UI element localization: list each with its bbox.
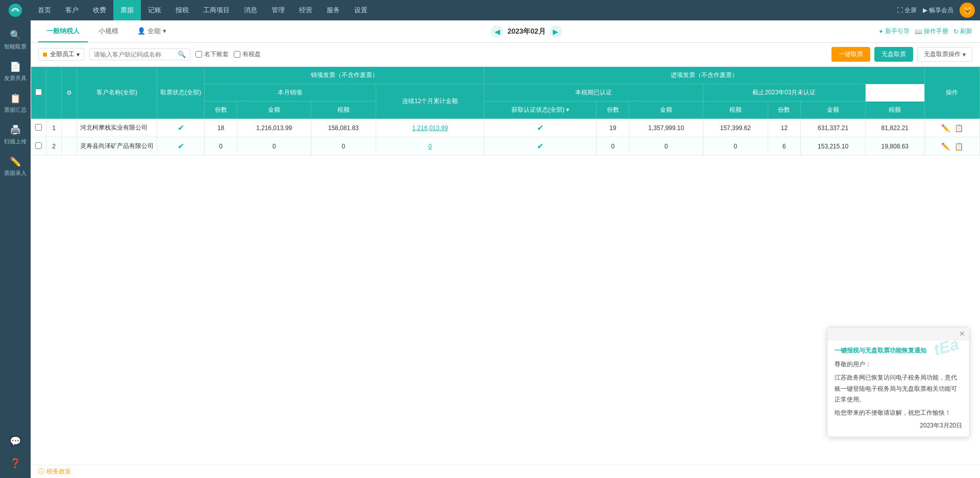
employee-select[interactable]: 全部员工 ▾: [38, 48, 84, 61]
tax-policy-link[interactable]: 税务政策: [46, 467, 71, 476]
row-monthly-amount: 0: [237, 137, 311, 156]
row-uncertified-amount: 631,337.21: [801, 119, 866, 137]
search-input[interactable]: [94, 51, 176, 58]
row-checkbox[interactable]: [31, 119, 46, 137]
sidebar: 🔍 智能取票 📄 发票开具 📋 票据汇总 🖨️ 扫描上传 ✏️ 票据录入 💬 ❓: [0, 20, 31, 478]
filter-bar: 全部员工 ▾ 🔍 名下账套 有税盘 一键取票 无盘取票 无盘取票操作 ▾: [31, 43, 980, 66]
col-certified-amount: 金额: [629, 102, 703, 119]
row-index: 2: [46, 137, 62, 156]
sidebar-chat[interactable]: 💬: [2, 432, 29, 451]
guide-icon: ✦: [878, 28, 884, 35]
tab-small-scale[interactable]: 小规模: [90, 20, 127, 42]
edit-icon[interactable]: ✏️: [941, 124, 950, 132]
nav-service[interactable]: 服务: [320, 0, 347, 20]
prev-period-button[interactable]: ◀: [491, 26, 503, 38]
copy-icon[interactable]: 📋: [954, 142, 963, 150]
col-cumulative: 连续12个月累计金额: [376, 84, 484, 119]
row-cumulative[interactable]: 1,216,013.99: [376, 119, 484, 137]
no-disk-ops-button[interactable]: 无盘取票操作 ▾: [917, 47, 972, 62]
nav-customer[interactable]: 客户: [58, 0, 86, 20]
nav-accounting[interactable]: 记账: [141, 0, 168, 20]
tab-all[interactable]: 👤 全能 ▾: [129, 20, 175, 42]
nav-message[interactable]: 消息: [237, 0, 264, 20]
row-monthly-count: 0: [205, 137, 237, 156]
checkbox-account[interactable]: 名下账套: [195, 50, 229, 59]
period-nav: ◀ 2023年02月 ▶: [491, 26, 562, 38]
search-wrap: 🔍: [89, 48, 190, 60]
notification-header: ✕: [827, 328, 969, 340]
col-monthly-tax: 税额: [311, 102, 376, 119]
row-certified-count: 19: [597, 119, 629, 137]
row-certified-tax: 157,399.62: [703, 119, 768, 137]
nav-settings[interactable]: 设置: [347, 0, 375, 20]
col-uncertified-amount: 金额: [801, 102, 866, 119]
fullscreen-button[interactable]: ⛶ 全屏: [897, 6, 917, 15]
notification-popup: tEa ✕ 一键报税与无盘取票功能恢复通知 尊敬的用户： 江苏政务网已恢复访问电…: [827, 327, 970, 437]
notification-greeting: 尊敬的用户：: [835, 359, 962, 370]
no-disk-fetch-button[interactable]: 无盘取票: [874, 47, 913, 62]
employee-chevron-icon: ▾: [77, 51, 80, 58]
sidebar-item-invoice-open[interactable]: 📄 发票开具: [2, 57, 29, 86]
row-uncertified-tax: 19,808.63: [866, 137, 924, 156]
edit-icon[interactable]: ✏️: [941, 142, 950, 150]
col-uncertified-group: 截止2023年03月未认证: [703, 84, 865, 102]
search-icon[interactable]: 🔍: [178, 51, 186, 58]
row-customer: 河北柯摩栈实业有限公司: [77, 119, 157, 137]
checkbox-taxdisk-input[interactable]: [234, 51, 240, 58]
nav-home[interactable]: 首页: [31, 0, 58, 20]
row-certified-amount: 1,357,999.10: [629, 119, 703, 137]
col-certified-tax: 税额: [703, 102, 768, 119]
scan-icon: 🖨️: [10, 124, 21, 136]
refresh-label: 刷新: [960, 27, 972, 36]
nav-invoice[interactable]: 票据: [113, 0, 141, 20]
sidebar-item-scan[interactable]: 🖨️ 扫描上传: [2, 120, 29, 149]
select-all-checkbox[interactable]: [35, 89, 42, 95]
copy-icon[interactable]: 📋: [954, 124, 963, 132]
dropdown-icon: ▾: [963, 51, 966, 58]
nav-business[interactable]: 工商项目: [196, 0, 237, 20]
sidebar-item-summary[interactable]: 📋 票据汇总: [2, 89, 29, 118]
manual-icon: 📖: [915, 28, 922, 35]
row-monthly-amount: 1,216,013.99: [237, 119, 311, 137]
checkbox-account-input[interactable]: [195, 51, 202, 58]
col-monthly-count: 份数: [205, 102, 237, 119]
member-button[interactable]: ▶ 畅享会员: [923, 6, 953, 15]
no-disk-ops-label: 无盘取票操作: [924, 50, 961, 59]
chat-icon: 💬: [10, 436, 21, 447]
sidebar-help[interactable]: ❓: [2, 454, 29, 473]
refresh-button[interactable]: ↻ 刷新: [953, 27, 972, 36]
notification-close-button[interactable]: ✕: [959, 330, 965, 338]
row-uncertified-count: 6: [768, 137, 800, 156]
tab-general-taxpayer[interactable]: 一般纳税人: [38, 20, 88, 42]
row-certified-amount: 0: [629, 137, 703, 156]
sidebar-item-label-summary: 票据汇总: [4, 106, 27, 114]
nav-tax[interactable]: 报税: [168, 0, 196, 20]
filter-icon[interactable]: ▾: [566, 106, 569, 113]
all-tab-icon: 👤: [137, 27, 145, 35]
next-period-button[interactable]: ▶: [550, 26, 562, 38]
checkbox-taxdisk[interactable]: 有税盘: [234, 50, 261, 59]
sidebar-item-label-entry: 票据录入: [4, 169, 27, 177]
filter-actions: 一键取票 无盘取票 无盘取票操作 ▾: [831, 47, 972, 62]
sidebar-item-smart-fetch[interactable]: 🔍 智能取票: [2, 26, 29, 55]
avatar[interactable]: 🐱: [960, 3, 975, 18]
row-certified-count: 0: [597, 137, 629, 156]
col-monthly-sales: 本月销项: [205, 84, 376, 102]
guide-button[interactable]: ✦ 新手引导: [878, 27, 910, 36]
row-cumulative[interactable]: 0: [376, 137, 484, 156]
fullscreen-label: 全屏: [904, 6, 917, 15]
sidebar-item-entry[interactable]: ✏️ 票据录入: [2, 152, 29, 181]
col-settings: ⚙: [62, 67, 77, 119]
checkbox-account-label: 名下账套: [204, 50, 229, 59]
notification-body: 一键报税与无盘取票功能恢复通知 尊敬的用户： 江苏政务网已恢复访问电子税务局功能…: [827, 340, 969, 437]
status-icon: ⓘ: [38, 467, 44, 476]
employee-label: 全部员工: [50, 50, 75, 59]
one-click-fetch-button[interactable]: 一键取票: [831, 47, 870, 62]
smart-fetch-icon: 🔍: [10, 30, 21, 41]
row-checkbox[interactable]: [31, 137, 46, 156]
manual-button[interactable]: 📖 操作手册: [915, 27, 948, 36]
checkbox-taxdisk-label: 有税盘: [242, 50, 261, 59]
nav-fee[interactable]: 收费: [86, 0, 113, 20]
nav-manage[interactable]: 管理: [264, 0, 292, 20]
nav-operation[interactable]: 经营: [292, 0, 320, 20]
